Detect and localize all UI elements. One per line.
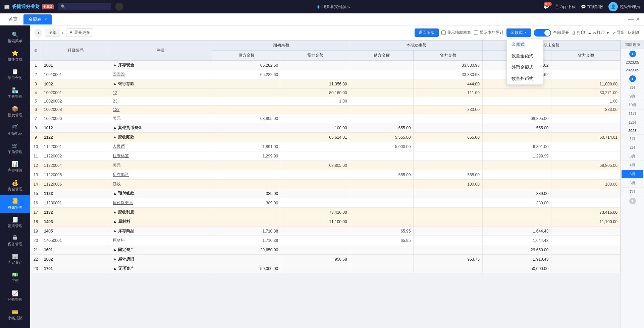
row-name[interactable]: ▲ 原材料 — [110, 217, 212, 226]
sidebar-item-basicinfo[interactable]: ℹ 基础信息 — [0, 324, 30, 328]
row-name[interactable]: ▲ 银行存款 — [110, 79, 212, 89]
sidebar-item-wholesale[interactable]: 📦 批发管理 — [0, 102, 30, 121]
period-2023-end[interactable]: 2023.05 — [621, 66, 644, 74]
return-old-btn[interactable]: 退回旧版 — [415, 28, 439, 37]
row-name[interactable]: 122 — [110, 106, 212, 114]
show-ytd-checkbox[interactable]: 显示本年累计 — [474, 30, 504, 36]
period-7[interactable]: 7月 — [621, 188, 644, 196]
sidebar-item-expense[interactable]: 💳 小畅报销 — [0, 305, 30, 324]
row-name[interactable]: 原材料 — [110, 236, 212, 245]
download-btn[interactable]: 📱 App下载 — [554, 4, 576, 10]
tab-balance[interactable]: 余额表 × — [23, 14, 52, 24]
sidebar-item-operations[interactable]: 📈 经营管理 — [0, 287, 30, 305]
period-10[interactable]: 10月 — [621, 101, 644, 110]
user-avatar[interactable]: 👤 超级管理员 — [608, 2, 640, 11]
table-row[interactable]: 15 1123 ▲ 预付账款 389.00 389.00 — [31, 189, 621, 198]
table-row[interactable]: 13 11220005 所在地区 555.00 555.00 — [31, 170, 621, 180]
amount-style-btn[interactable]: 金额式 ∧ — [506, 28, 531, 37]
row-name[interactable]: 预付款美元 — [110, 198, 212, 208]
row-name[interactable]: 美元 — [110, 161, 212, 170]
table-row[interactable]: 7 10020006 美元 68,805.00 68,805.00 — [31, 114, 621, 123]
table-row[interactable]: 17 1132 ▲ 应收利息 73,416.00 73,416.00 — [31, 208, 621, 217]
refresh-btn[interactable]: ↻ 刷新 — [628, 30, 640, 36]
table-row[interactable]: 16 11230001 预付款美元 389.00 389.00 — [31, 198, 621, 208]
row-name[interactable]: 游戏 — [110, 180, 212, 189]
table-row[interactable]: 22 1602 ▲ 累计折旧 956.68 953.75 1,910.43 — [31, 255, 621, 264]
table-row[interactable]: 19 1405 ▲ 库存商品 1,710.38 65.95 1,644.43 — [31, 226, 621, 236]
expand-more-btn[interactable]: ▼ 展开更多 — [66, 28, 93, 37]
demo-label[interactable]: 我要看实例演示 — [322, 4, 350, 10]
table-row[interactable]: 18 1403 ▲ 原材料 11,100.00 11,100.00 — [31, 217, 621, 226]
tab-home[interactable]: 首页 — [4, 14, 22, 24]
print-btn[interactable]: 🖨 打印 — [572, 30, 585, 36]
tab-close-icon[interactable]: × — [45, 17, 47, 22]
table-row[interactable]: 11 11220002 往来标签 1,299.99 1,299.99 — [31, 151, 621, 161]
col-settings[interactable]: ⚙ — [31, 41, 41, 61]
table-row[interactable]: 14 11220006 游戏 100.00 100.00 — [31, 180, 621, 189]
period-6[interactable]: 6月 — [621, 179, 644, 188]
sidebar-item-search[interactable]: 🔍 搜索菜单 — [0, 28, 30, 47]
row-name[interactable]: 人民币 — [110, 142, 212, 151]
period-nav-up2-btn[interactable]: ▲ — [629, 75, 636, 82]
sidebar-item-assets[interactable]: 🏢 固定资产 — [0, 250, 30, 268]
row-name[interactable]: ▲ 无形资产 — [110, 264, 212, 273]
dropdown-item-qty-fx[interactable]: 数量外币式 — [507, 73, 543, 84]
show-auxiliary-checkbox[interactable]: 显示辅助核算 — [441, 30, 471, 36]
sidebar-item-payroll[interactable]: 💵 工资 — [0, 268, 30, 286]
period-year-2023[interactable]: 2023 — [621, 127, 644, 135]
period-2023-start[interactable]: 2023.05 — [621, 59, 644, 66]
row-name[interactable]: 23 — [110, 97, 212, 106]
period-1[interactable]: 1月 — [621, 135, 644, 143]
row-name[interactable]: ▲ 其他货币资金 — [110, 123, 212, 133]
row-name[interactable]: ▲ 累计折旧 — [110, 255, 212, 264]
row-name[interactable]: ▲ 应收账款 — [110, 133, 212, 142]
sidebar-item-project[interactable]: 📋 项目合同 — [0, 65, 30, 83]
window-close-btn[interactable]: ✕ — [636, 16, 640, 22]
table-row[interactable]: 4 10020001 12 80,160.00 111.00 80,271.00 — [31, 89, 621, 97]
period-12[interactable]: 12月 — [621, 118, 644, 127]
settings-icon-btn[interactable]: ⚙ — [115, 3, 123, 11]
table-row[interactable]: 9 1122 ▲ 应收账款 65,614.01 5,555.00 655.00 … — [31, 133, 621, 142]
sidebar-item-quicknav[interactable]: ⭐ 快捷导航 — [0, 47, 30, 65]
nav-back-btn[interactable]: ‹ — [34, 29, 42, 37]
expand-all-toggle[interactable] — [534, 29, 551, 37]
export-btn[interactable]: ↗ 导出 — [612, 30, 625, 36]
auxiliary-input[interactable] — [441, 30, 446, 35]
online-service-btn[interactable]: 💬 在线客服 — [581, 4, 603, 10]
row-name[interactable]: ▲ 固定资产 — [110, 245, 212, 255]
period-4[interactable]: 4月 — [621, 161, 644, 170]
sidebar-item-funds[interactable]: 💰 资金管理 — [0, 176, 30, 195]
period-nav-down-btn[interactable]: ▼ — [629, 198, 636, 204]
row-name[interactable]: 往来标签 — [110, 151, 212, 161]
row-name[interactable]: 回回回 — [110, 70, 212, 79]
cloud-print-btn[interactable]: ☁ 云打印 ▼ — [588, 30, 610, 36]
dropdown-item-qty-amount[interactable]: 数量金额式 — [507, 50, 543, 62]
sidebar-item-inventory[interactable]: 📊 库存核算 — [0, 157, 30, 176]
period-5[interactable]: 5月 — [622, 170, 643, 179]
breadcrumb-all[interactable]: 全部 — [45, 29, 60, 37]
sidebar-item-retail[interactable]: 🏪 零售管理 — [0, 84, 30, 102]
dropdown-item-fx-amount[interactable]: 外币金额式 — [507, 62, 543, 73]
table-row[interactable]: 12 11220004 美元 68,805.00 68,805.00 — [31, 161, 621, 170]
sidebar-item-ecommerce[interactable]: 🛒 小畅电商 — [0, 121, 30, 139]
row-name[interactable]: ▲ 库存商品 — [110, 226, 212, 236]
row-name[interactable]: ▲ 库存现金 — [110, 61, 212, 70]
sidebar-item-purchase[interactable]: 🛒 采购管理 — [0, 139, 30, 157]
row-name[interactable]: 所在地区 — [110, 170, 212, 180]
sidebar-item-ledger[interactable]: 📒 总账管理 — [0, 195, 30, 213]
row-name[interactable]: ▲ 预付账款 — [110, 189, 212, 198]
sidebar-item-tax[interactable]: 🏛 税务管理 — [0, 232, 30, 250]
table-row[interactable]: 23 1701 ▲ 无形资产 50,000.00 50,000.00 — [31, 264, 621, 273]
table-row[interactable]: 21 1601 ▲ 固定资产 29,650.00 29,650.00 — [31, 245, 621, 255]
table-row[interactable]: 5 10020002 23 1.00 1.00 — [31, 97, 621, 106]
period-3[interactable]: 3月 — [621, 152, 644, 161]
table-row[interactable]: 6 10020003 122 333.00 333.00 — [31, 106, 621, 114]
row-name[interactable]: ▲ 应收利息 — [110, 208, 212, 217]
period-8[interactable]: 8月 — [621, 83, 644, 92]
table-row[interactable]: 8 1012 ▲ 其他货币资金 100.00 655.00 555.00 — [31, 123, 621, 133]
notification-area[interactable]: 💬 99+ — [543, 4, 549, 9]
sidebar-item-invoice[interactable]: 🧾 发票管理 — [0, 213, 30, 232]
table-row[interactable]: 10 11220001 人民币 1,891.00 5,000.00 6,891.… — [31, 142, 621, 151]
period-2[interactable]: 2月 — [621, 143, 644, 152]
period-nav-up-btn[interactable]: ▲ — [629, 51, 636, 57]
